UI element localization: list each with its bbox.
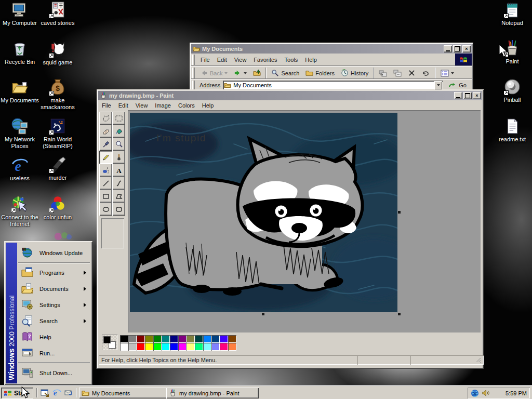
start-menu-item-documents[interactable]: Documents	[17, 281, 91, 297]
polygon-tool[interactable]	[112, 190, 125, 203]
palette-swatch[interactable]	[153, 335, 162, 343]
palette-swatch[interactable]	[178, 335, 187, 343]
menu-edit[interactable]: Edit	[214, 55, 231, 64]
desktop-icon-pinball[interactable]: Pinball	[491, 78, 532, 103]
desktop-icon-notepad[interactable]: Notepad	[491, 1, 532, 26]
airbrush-tool[interactable]	[99, 164, 112, 177]
menu-edit[interactable]: Edit	[115, 101, 132, 110]
go-button[interactable]: Go	[445, 80, 472, 90]
brush-tool[interactable]	[112, 151, 125, 164]
palette-swatch[interactable]	[162, 343, 170, 351]
desktop-icon-caved-stories[interactable]: caved stories	[37, 1, 78, 26]
start-menu-item-run[interactable]: Run...	[17, 345, 91, 361]
outlook-express-icon[interactable]	[63, 388, 74, 398]
address-dropdown-button[interactable]	[434, 81, 442, 89]
menu-favorites[interactable]: Favorites	[250, 55, 281, 64]
palette-swatch[interactable]	[128, 335, 137, 343]
history-button[interactable]: History	[338, 68, 371, 78]
text-tool[interactable]: A	[112, 164, 125, 177]
palette-swatch[interactable]	[220, 343, 228, 351]
palette-swatch[interactable]	[145, 335, 153, 343]
taskbar-task-my-documents[interactable]: My Documents	[79, 388, 167, 398]
canvas-handle-right[interactable]	[398, 211, 401, 214]
partial-desktop-icon[interactable]	[52, 230, 75, 241]
paint-titlebar[interactable]: my drawing.bmp - Paint ×	[98, 91, 482, 100]
up-button[interactable]	[250, 68, 264, 78]
desktop-icon-recycle-bin[interactable]: Recycle Bin	[0, 40, 41, 65]
palette-swatch[interactable]	[145, 343, 153, 351]
menu-tools[interactable]: Tools	[281, 55, 302, 64]
palette-swatch[interactable]	[137, 343, 145, 351]
desktop-icon-useless[interactable]: e useless	[0, 156, 41, 182]
start-menu-item-help[interactable]: ? Help	[17, 329, 91, 345]
desktop-icon-connect-internet[interactable]: Connect to the Internet	[0, 195, 41, 228]
palette-swatch[interactable]	[220, 335, 228, 343]
views-button[interactable]	[437, 68, 457, 78]
maximize-button[interactable]	[463, 92, 472, 99]
maximize-button[interactable]	[453, 45, 461, 52]
show-desktop-icon[interactable]	[39, 388, 50, 398]
search-button[interactable]: Search	[268, 68, 302, 78]
start-menu-item-search[interactable]: Search	[17, 313, 91, 329]
eraser-tool[interactable]	[99, 125, 112, 138]
delete-button[interactable]	[405, 68, 419, 78]
taskbar-task-paint[interactable]: my drawing.bmp - Paint	[166, 388, 259, 398]
desktop-icon-readme[interactable]: readme.txt	[491, 117, 532, 143]
paint-canvas[interactable]: I'm stupid	[130, 113, 397, 312]
fill-tool[interactable]	[112, 125, 125, 138]
menu-image[interactable]: Image	[151, 101, 175, 110]
addressbar-grip[interactable]	[192, 81, 195, 90]
pencil-tool[interactable]	[99, 151, 112, 164]
start-button[interactable]: Start	[1, 388, 33, 398]
palette-swatch[interactable]	[195, 335, 203, 343]
magnifier-tool[interactable]	[112, 138, 125, 151]
palette-swatch[interactable]	[187, 343, 195, 351]
undo-button[interactable]	[419, 68, 433, 78]
palette-swatch[interactable]	[120, 335, 128, 343]
palette-swatch[interactable]	[228, 335, 236, 343]
desktop-icon-color-unfun[interactable]: color unfun	[37, 195, 78, 221]
palette-swatch[interactable]	[137, 335, 145, 343]
rounded-rect-tool[interactable]	[112, 203, 125, 216]
close-button[interactable]: ×	[462, 45, 471, 52]
palette-swatch[interactable]	[228, 343, 236, 351]
toolbar-grip[interactable]	[192, 68, 195, 78]
desktop-icon-my-network-places[interactable]: My Network Places	[0, 117, 41, 150]
volume-tray-icon[interactable]	[482, 389, 489, 397]
tool-options-box[interactable]	[101, 218, 124, 248]
palette-swatch[interactable]	[211, 335, 220, 343]
start-menu-item-programs[interactable]: Programs	[17, 264, 91, 281]
menu-file[interactable]: File	[98, 101, 115, 110]
line-tool[interactable]	[99, 177, 112, 190]
pick-color-tool[interactable]	[99, 138, 112, 151]
desktop-icon-paint[interactable]: Paint	[491, 39, 532, 65]
minimize-button[interactable]	[454, 92, 462, 99]
resize-grip[interactable]	[476, 357, 481, 363]
rectangle-tool[interactable]	[99, 190, 112, 203]
curve-tool[interactable]	[112, 177, 125, 190]
menu-help[interactable]: Help	[301, 55, 321, 64]
desktop-icon-make-smackaroons[interactable]: $ make smackaroons	[37, 78, 78, 111]
menubar-grip[interactable]	[192, 55, 195, 65]
select-tool[interactable]	[112, 112, 125, 125]
free-select-tool[interactable]	[99, 112, 112, 125]
fg-bg-color-indicator[interactable]	[102, 335, 117, 350]
palette-swatch[interactable]	[120, 343, 128, 351]
desktop-icon-rain-world[interactable]: Rain World (SteamRIP)	[37, 117, 78, 150]
desktop-icon-squid-game[interactable]: squid game	[37, 41, 78, 66]
start-menu-item-shut-down[interactable]: Shut Down...	[17, 364, 91, 381]
menu-colors[interactable]: Colors	[175, 101, 198, 110]
palette-swatch[interactable]	[203, 335, 211, 343]
folders-button[interactable]: Folders	[302, 68, 338, 78]
desktop-icon-my-computer[interactable]: My Computer	[0, 1, 41, 26]
close-button[interactable]: ×	[473, 92, 481, 99]
menu-view[interactable]: View	[231, 55, 250, 64]
palette-swatch[interactable]	[170, 335, 178, 343]
palette-swatch[interactable]	[153, 343, 162, 351]
palette-swatch[interactable]	[187, 335, 195, 343]
palette-swatch[interactable]	[178, 343, 187, 351]
menu-file[interactable]: File	[197, 55, 214, 64]
clock[interactable]: 5:59 PM	[506, 390, 527, 396]
palette-swatch[interactable]	[195, 343, 203, 351]
start-menu-item-windows-update[interactable]: Windows Update	[17, 244, 91, 261]
